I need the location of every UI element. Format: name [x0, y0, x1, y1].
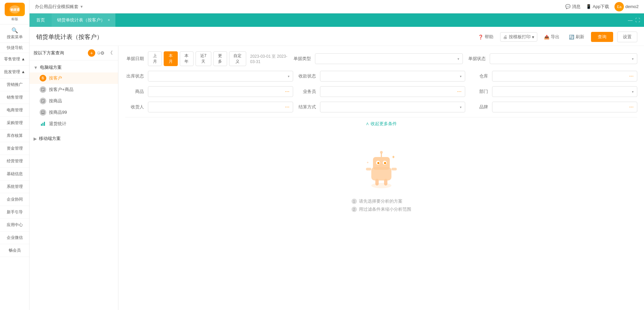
scheme-item-by-customer[interactable]: 客 按客户	[30, 72, 118, 84]
doc-status-select[interactable]: ▾	[490, 53, 637, 64]
doc-type-select[interactable]: ▾	[315, 53, 463, 64]
sidebar-item-enterprise[interactable]: 企业协同	[0, 193, 29, 206]
scheme-item-by-customer-goods-label: 按客户+商品	[49, 87, 73, 93]
goods-input[interactable]: ···	[148, 86, 293, 97]
finance-label: 资金管理	[7, 146, 23, 151]
recipient-input[interactable]: ···	[148, 102, 293, 112]
sidebar-item-purchase[interactable]: 采购管理	[0, 117, 29, 130]
sidebar-item-wechat[interactable]: 企业微信	[0, 231, 29, 244]
tip-num-1: 1	[352, 199, 357, 204]
collection-status-select[interactable]: ▾	[320, 71, 465, 82]
account-name: 办公用品行业模拟账套	[35, 4, 78, 10]
sidebar-item-marketing[interactable]: 营销推广	[0, 79, 29, 91]
filter-row-goods: 商品 ··· 业务员 ··· 部门 ▾	[125, 86, 637, 97]
sidebar-item-wholesale[interactable]: 批发管理 ▲	[0, 66, 29, 79]
date-range-text: 2023-03-01 至 2023-03-31	[250, 54, 288, 64]
refresh-label: 刷新	[576, 34, 584, 40]
date-btn-this-month[interactable]: 本月	[164, 51, 177, 66]
account-dropdown-icon[interactable]: ▾	[80, 4, 83, 9]
sidebar-item-vip[interactable]: 畅会员	[0, 244, 29, 257]
sidebar-logo[interactable]: 畅捷通 标版	[0, 0, 29, 24]
tab-sales-stats[interactable]: 销货单统计表（按客户） ×	[52, 13, 115, 27]
empty-tip-1: 1 请先选择要分析的方案	[352, 197, 411, 205]
scheme-collapse-button[interactable]: 《	[107, 49, 114, 57]
date-btn-custom[interactable]: 自定义	[229, 51, 246, 66]
template-print-button[interactable]: 🖨 按模板打印 ▾	[500, 32, 537, 42]
out-status-select[interactable]: ▾	[148, 71, 293, 82]
svg-point-28	[380, 151, 383, 154]
scheme-group-desktop-label: 电脑端方案	[40, 64, 62, 70]
sidebar-item-ecommerce[interactable]: 电商管理	[0, 104, 29, 117]
brand-dots-icon: ···	[629, 104, 634, 110]
page-header: 销货单统计表（按客户） ❓ 帮助 🖨 按模板打印 ▾ 📤 导出	[30, 27, 644, 46]
department-select[interactable]: ▾	[492, 86, 637, 97]
app-download-action[interactable]: 📱 App下载	[586, 4, 609, 10]
scheme-item-by-goods99[interactable]: 按商品99	[30, 107, 118, 118]
help-button[interactable]: ❓ 帮助	[475, 33, 496, 41]
collapse-arrow-mobile: ▶	[34, 136, 37, 141]
scheme-item-by-customer-goods[interactable]: 按客户+商品	[30, 84, 118, 95]
sidebar-item-sales[interactable]: 销售管理	[0, 91, 29, 104]
doc-type-label: 单据类型	[292, 56, 311, 62]
sidebar-item-finance[interactable]: 资金管理	[0, 142, 29, 155]
search-menu[interactable]: 🔍 搜索菜单	[0, 24, 29, 43]
scheme-group-desktop-header[interactable]: ▼ 电脑端方案	[30, 62, 118, 72]
maximize-icon[interactable]: ⛶	[635, 17, 640, 23]
filter-row-status: 出库状态 ▾ 收款状态 ▾ 仓库 ···	[125, 71, 637, 82]
refresh-button[interactable]: 🔄 刷新	[566, 33, 587, 41]
scheme-item-by-customer-icon: 客	[40, 75, 46, 82]
scheme-item-by-customer-label: 按客户	[49, 75, 62, 81]
scheme-item-return-stats[interactable]: 退货统计	[30, 118, 118, 130]
sidebar-item-operations[interactable]: 经营管理	[0, 155, 29, 168]
collection-status-dropdown-icon: ▾	[460, 74, 462, 78]
user-menu[interactable]: Ea demo2	[614, 2, 639, 11]
salesperson-input[interactable]: ···	[320, 86, 465, 97]
scheme-group-mobile-header[interactable]: ▶ 移动端方案	[30, 134, 118, 144]
sidebar-item-quick-nav[interactable]: 快捷导航	[0, 43, 29, 53]
date-btn-more[interactable]: 更多	[213, 51, 227, 66]
scheme-edit-button[interactable]: ⚙ ⚙	[97, 49, 105, 57]
date-btn-this-year[interactable]: 本年	[180, 51, 194, 66]
warehouse-dots-icon: ···	[629, 73, 634, 79]
sidebar-item-newbie[interactable]: 新手引导	[0, 206, 29, 219]
recipient-label: 收货人	[125, 104, 144, 110]
sidebar-item-retail[interactable]: 零售管理 ▲	[0, 53, 29, 66]
svg-rect-30	[391, 168, 397, 170]
settlement-label: 结算方式	[297, 104, 316, 110]
sidebar-item-appstore[interactable]: 应用中心	[0, 219, 29, 231]
scheme-header-title: 按以下方案查询	[34, 50, 64, 56]
scheme-item-by-goods99-icon	[40, 109, 46, 116]
brand-input[interactable]: ···	[492, 102, 637, 112]
page-title: 销货单统计表（按客户）	[36, 33, 103, 41]
collapse-bar[interactable]: ∧ 收起更多条件	[125, 117, 637, 130]
vip-label: 畅会员	[9, 248, 21, 253]
date-btn-7days[interactable]: 近7天	[196, 51, 211, 66]
goods-dots-icon: ···	[285, 89, 289, 95]
svg-rect-16	[43, 123, 44, 126]
message-action[interactable]: 💬 消息	[565, 4, 581, 10]
print-icon: 🖨	[503, 35, 507, 40]
export-button[interactable]: 📤 导出	[541, 33, 562, 41]
tab-close-icon[interactable]: ×	[108, 18, 110, 22]
query-button[interactable]: 查询	[591, 32, 613, 42]
brand-label: 品牌	[469, 104, 488, 110]
tab-home[interactable]: 首页	[30, 13, 52, 27]
refresh-icon: 🔄	[569, 35, 574, 40]
sidebar-item-system[interactable]: 系统管理	[0, 180, 29, 193]
department-dropdown-icon: ▾	[632, 90, 634, 94]
scheme-add-button[interactable]: +	[88, 49, 95, 57]
sidebar-item-inventory[interactable]: 库存核算	[0, 130, 29, 142]
date-btn-last-month[interactable]: 上月	[148, 51, 162, 66]
message-label: 消息	[572, 4, 581, 10]
warehouse-input[interactable]: ···	[492, 71, 637, 82]
scheme-item-by-goods[interactable]: 按商品	[30, 95, 118, 107]
collapse-arrow-desktop: ▼	[34, 65, 38, 70]
sidebar-item-basic[interactable]: 基础信息	[0, 168, 29, 180]
minimize-icon[interactable]: —	[628, 17, 633, 23]
tab-active-label: 销货单统计表（按客户）	[57, 17, 105, 23]
settings-button[interactable]: 设置	[617, 32, 637, 42]
salesperson-dots-icon: ···	[457, 89, 462, 95]
filter-panel: 单据日期 上月 本月 本年 近7天 更多 自定义 2023-03-01 至 20…	[118, 46, 644, 310]
template-print-arrow: ▾	[532, 35, 534, 40]
settlement-select[interactable]: ▾	[320, 102, 465, 112]
